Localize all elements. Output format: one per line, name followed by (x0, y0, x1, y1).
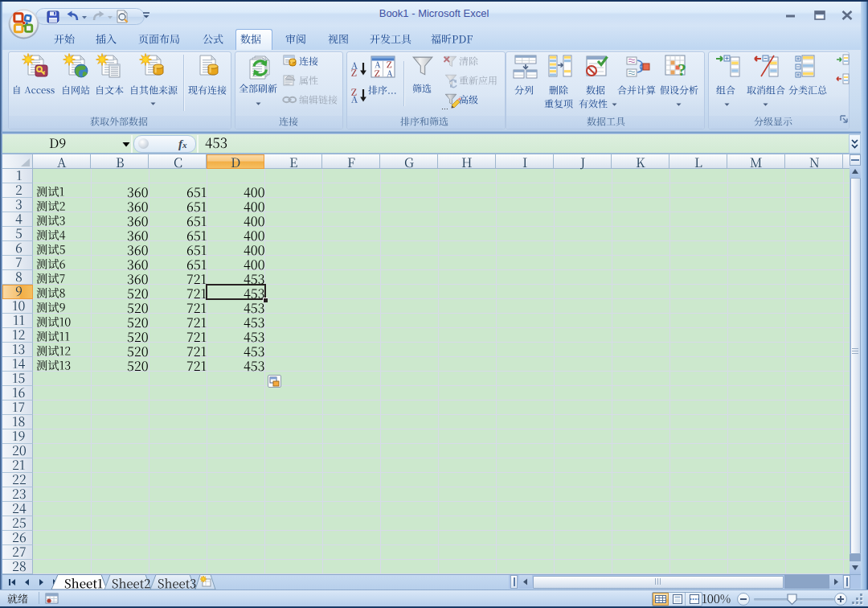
svg-text:?: ? (678, 60, 686, 80)
